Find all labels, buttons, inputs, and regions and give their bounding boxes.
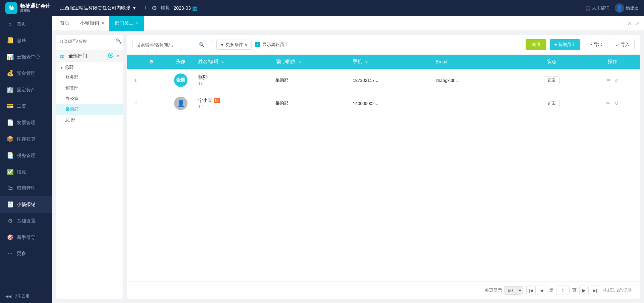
employee-name: 张熙 — [198, 74, 265, 81]
resigned-checkbox[interactable]: ✓ — [255, 42, 260, 47]
user-name: 畅捷通 — [626, 5, 639, 11]
th-actions: 操作 — [585, 55, 640, 69]
company-selector[interactable]: 江西服宝精品有限责任公司内账张 ▾ — [60, 5, 136, 11]
more-filter-chevron: ∨ — [245, 42, 248, 47]
settings-icon[interactable]: ⚙ — [152, 4, 157, 12]
dept-item-office[interactable]: 办公室 — [56, 93, 123, 104]
add-employee-button[interactable]: + 新增员工 — [550, 39, 580, 50]
more-filter-label: 更多条件 — [226, 42, 243, 48]
dept-sort-icon: ⇅ — [298, 60, 301, 64]
more-filter-button[interactable]: ▼ 更多条件 ∨ — [216, 40, 252, 50]
sidebar-item-inventory[interactable]: 📦 库存核算 — [0, 131, 52, 147]
logo-text: 畅捷通好会计 旗舰版 — [20, 3, 50, 13]
tab-expense[interactable]: 小畅报销 × — [75, 16, 109, 31]
sidebar-item-archive[interactable]: 🗂 归档管理 — [0, 180, 52, 196]
th-settings[interactable]: ⚙ — [144, 55, 169, 69]
tab-dept-close[interactable]: × — [136, 21, 139, 26]
last-page-btn[interactable]: ▶| — [590, 286, 599, 295]
page-input[interactable] — [556, 286, 570, 295]
content-area: 首页 小畅报销 × 部门员工 × ✕ ⤢ 🔍 — [52, 16, 644, 303]
period-label: 账期 — [161, 5, 170, 11]
next-page-btn[interactable]: ▶ — [579, 286, 589, 295]
sidebar-item-home[interactable]: ⌂ 首页 — [0, 16, 52, 32]
tab-home[interactable]: 首页 — [55, 16, 75, 31]
export-button[interactable]: ↗ 导出 — [584, 39, 607, 50]
show-resigned-toggle[interactable]: ✓ 显示离职员工 — [255, 42, 288, 48]
dept-item-general[interactable]: 总 部 — [56, 115, 123, 125]
first-page-btn[interactable]: |◀ — [526, 286, 536, 295]
dept-sales-label: 销售部 — [65, 85, 78, 90]
edit-icon[interactable]: ✏ — [606, 100, 610, 106]
sidebar-label-reports: 云报表中心 — [17, 54, 40, 60]
tab-expense-close[interactable]: × — [102, 21, 104, 26]
employee-search-input[interactable] — [136, 42, 197, 47]
sidebar-label-settings: 基础设置 — [17, 218, 36, 224]
sidebar-item-more[interactable]: ··· 更多 — [0, 246, 52, 262]
salary-icon: 💳 — [7, 103, 13, 110]
import-button[interactable]: ↙ 导入 — [611, 39, 635, 50]
tab-dept-label: 部门员工 — [115, 20, 133, 26]
dept-search-input[interactable] — [59, 39, 116, 44]
th-dept[interactable]: 部门/职位 ⇅ — [270, 55, 347, 69]
sidebar-label-more: 更多 — [17, 251, 26, 257]
sidebar-item-checkout[interactable]: ✅ 结账 — [0, 164, 52, 180]
dept-edit-icon[interactable] — [108, 53, 113, 59]
cell-avatar: 👤 — [169, 92, 193, 115]
add-tab-icon[interactable]: + — [144, 5, 148, 12]
sidebar-item-ledger[interactable]: 📒 总账 — [0, 32, 52, 49]
sidebar-item-guide[interactable]: 🎯 新手引导 — [0, 229, 52, 246]
th-name[interactable]: 姓名/编码 ⇅ — [193, 55, 270, 69]
delete-icon[interactable]: ↺ — [614, 100, 619, 106]
cell-settings — [144, 69, 169, 92]
checkout-icon: ✅ — [7, 168, 13, 175]
th-phone[interactable]: 手机 ⇅ — [347, 55, 430, 69]
per-page-dropdown[interactable]: 50 10 20 100 — [504, 286, 523, 295]
sidebar-item-salary[interactable]: 💳 工资 — [0, 98, 52, 114]
sidebar-label-inventory: 库存核算 — [17, 136, 36, 142]
sidebar-item-invoice[interactable]: 📄 发票管理 — [0, 114, 52, 131]
di-label: 第 — [549, 287, 553, 293]
user-avatar: 👤 — [615, 3, 624, 13]
cell-email: zhangxidf... — [430, 69, 519, 92]
tab-dept-employee[interactable]: 部门员工 × — [109, 16, 144, 31]
dept-item-finance[interactable]: 财务部 — [56, 72, 123, 83]
invite-button[interactable]: 邀请 — [526, 39, 546, 50]
guide-icon: 🎯 — [7, 234, 13, 241]
dept-collapse-icon[interactable]: « — [117, 54, 119, 58]
dept-item-sales[interactable]: 销售部 — [56, 83, 123, 93]
all-dept-item[interactable]: ▦ 全部部门 « — [56, 50, 123, 62]
export-label: 导出 — [594, 42, 602, 48]
cell-name: 张熙11 — [193, 69, 270, 92]
logo-icon: 畅 — [5, 2, 17, 14]
dept-item-purchase[interactable]: 采购部 — [56, 104, 123, 115]
sidebar-item-settings[interactable]: ⚙ 基础设置 — [0, 213, 52, 229]
sidebar-item-reports[interactable]: 📊 云报表中心 — [0, 49, 52, 65]
cell-status: 正常 — [519, 92, 585, 115]
page-nav: |◀ ◀ 第 页 ▶ ▶| — [526, 286, 599, 295]
headset-icon: 🎧 — [585, 6, 591, 11]
sidebar-label-home: 首页 — [17, 21, 26, 27]
expand-icon[interactable]: ⤢ — [635, 20, 640, 27]
cell-actions: ✏↺ — [585, 92, 640, 115]
logout-icon[interactable]: ⎋ — [615, 78, 618, 83]
prev-page-btn[interactable]: ◀ — [537, 286, 546, 295]
dept-search-icon[interactable]: 🔍 — [116, 38, 121, 44]
user-menu[interactable]: 👤 畅捷通 — [615, 3, 639, 13]
service-button[interactable]: 🎧 人工咨询 — [585, 5, 609, 11]
calendar-icon[interactable]: ▦ — [192, 5, 197, 11]
sidebar-item-capital[interactable]: 💰 资金管理 — [0, 65, 52, 82]
dept-root-header[interactable]: ▼ 总部 — [56, 62, 123, 72]
name-sort-icon: ⇅ — [221, 60, 224, 64]
employee-table-container: ⚙ 头像 姓名/编码 ⇅ 部门/职位 ⇅ 手机 ⇅ — [127, 55, 640, 281]
employee-search-icon[interactable]: 🔍 — [199, 42, 204, 47]
edit-icon[interactable]: ✏ — [607, 77, 611, 83]
sidebar-item-expense[interactable]: 🧾 小畅报销 — [0, 196, 52, 213]
cancel-pin-button[interactable]: ◀◀ 取消固定 — [0, 289, 52, 303]
close-all-icon[interactable]: ✕ — [627, 20, 632, 27]
cell-email — [430, 92, 519, 115]
sidebar-item-tax[interactable]: 📑 税务管理 — [0, 147, 52, 164]
dept-root-label: 总部 — [65, 64, 73, 70]
dept-office-label: 办公室 — [65, 96, 78, 101]
cell-phone: 140000002... — [347, 92, 430, 115]
sidebar-item-assets[interactable]: 🏢 固定资产 — [0, 82, 52, 98]
